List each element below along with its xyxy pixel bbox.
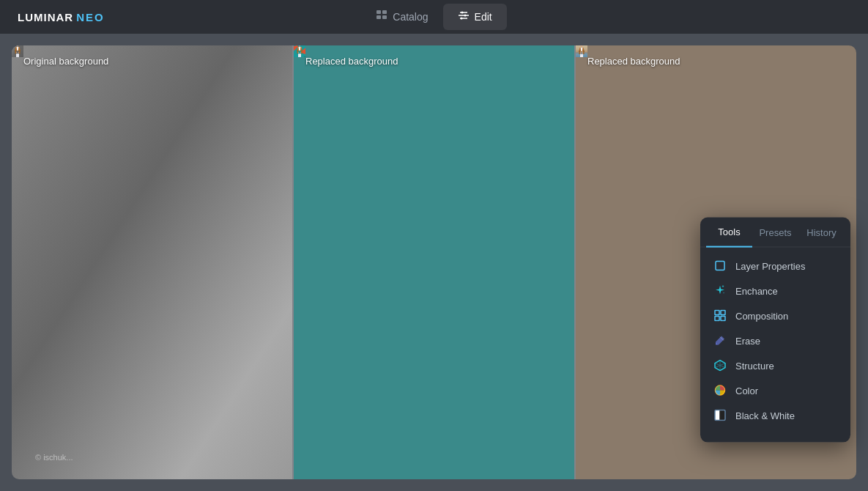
svg-rect-66	[720, 410, 726, 421]
panel-divider-2	[574, 45, 576, 479]
svg-point-39	[300, 52, 302, 53]
erase-label: Erase	[735, 335, 760, 346]
svg-point-7	[461, 12, 463, 14]
svg-rect-0	[376, 10, 381, 14]
main-content: Original background	[0, 34, 868, 491]
composition-icon	[713, 309, 727, 322]
original-background	[12, 45, 292, 479]
svg-rect-3	[382, 15, 387, 19]
edit-icon	[458, 10, 470, 24]
panel-divider-1	[292, 45, 294, 479]
layer-properties-icon	[713, 259, 727, 273]
catalog-icon	[376, 10, 387, 24]
edit-tab[interactable]: Edit	[443, 4, 507, 30]
enchance-item[interactable]: Enchance	[700, 278, 850, 303]
layer-properties-label: Layer Properties	[735, 260, 805, 271]
svg-point-51	[580, 53, 582, 53]
svg-point-38	[298, 52, 300, 53]
enchance-icon	[713, 284, 727, 298]
structure-label: Structure	[735, 360, 774, 371]
catalog-tab[interactable]: Catalog	[361, 4, 442, 30]
svg-rect-59	[715, 311, 719, 315]
tools-tabs: Tools Presets History	[700, 218, 850, 248]
color-icon	[713, 384, 727, 397]
svg-rect-65	[715, 410, 720, 421]
layer-properties-item[interactable]: Layer Properties	[700, 254, 850, 278]
logo-text: LUMINAR	[18, 11, 73, 23]
svg-rect-56	[716, 262, 724, 270]
original-panel-label: Original background	[23, 56, 108, 67]
enchance-label: Enchance	[735, 285, 778, 296]
svg-point-57	[722, 285, 724, 287]
middle-panel-label: Replaced background	[305, 56, 398, 67]
structure-icon	[713, 359, 727, 372]
svg-point-58	[723, 292, 724, 294]
tools-tab[interactable]: Tools	[706, 218, 752, 248]
color-item[interactable]: Color	[700, 378, 850, 403]
svg-rect-2	[376, 15, 381, 19]
color-label: Color	[735, 385, 758, 396]
nav-tabs: Catalog Edit	[361, 4, 506, 30]
black-white-label: Black & White	[735, 410, 795, 421]
svg-rect-61	[715, 317, 719, 321]
svg-rect-60	[721, 311, 725, 315]
svg-point-52	[582, 53, 584, 53]
topbar: LUMINAR NEO Catalog	[0, 0, 868, 34]
svg-point-20	[16, 52, 18, 53]
edit-label: Edit	[475, 11, 492, 23]
svg-rect-37	[299, 45, 300, 47]
svg-rect-1	[382, 10, 387, 14]
black-white-item[interactable]: Black & White	[700, 403, 850, 428]
tools-panel: Tools Presets History Layer Properties	[700, 218, 850, 443]
svg-rect-50	[581, 46, 582, 48]
right-panel-label: Replaced background	[587, 56, 680, 67]
svg-point-8	[464, 15, 466, 17]
app-logo: LUMINAR NEO	[18, 11, 105, 23]
svg-rect-62	[721, 317, 725, 321]
structure-item[interactable]: Structure	[700, 353, 850, 378]
middle-panel: Replaced background	[294, 45, 574, 479]
logo-neo-text: NEO	[76, 11, 105, 23]
svg-point-21	[18, 52, 20, 53]
composition-item[interactable]: Composition	[700, 303, 850, 328]
erase-icon	[713, 334, 727, 347]
erase-item[interactable]: Erase	[700, 328, 850, 353]
tools-list: Layer Properties Enchance	[700, 248, 850, 434]
svg-point-9	[460, 18, 462, 20]
history-tab[interactable]: History	[798, 218, 845, 246]
svg-rect-19	[17, 45, 18, 47]
original-panel: Original background	[12, 45, 292, 479]
composition-label: Composition	[735, 310, 788, 321]
presets-tab[interactable]: Presets	[752, 218, 798, 246]
catalog-label: Catalog	[393, 11, 428, 23]
bw-icon	[713, 409, 727, 422]
copyright: © ischuk...	[35, 453, 73, 462]
